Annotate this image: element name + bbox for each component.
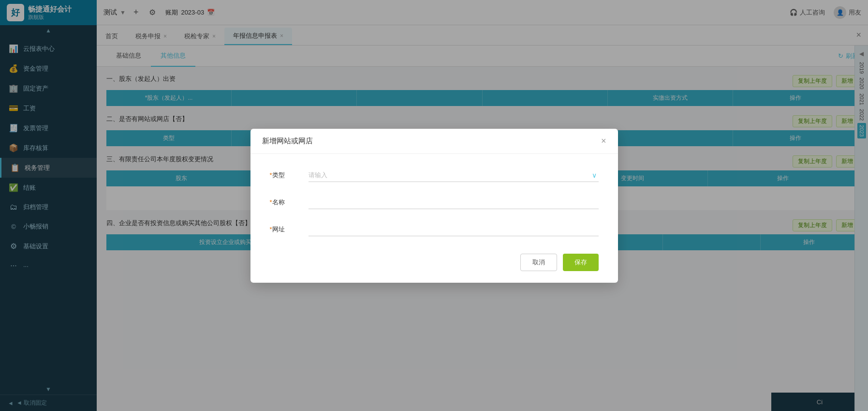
form-label-type: *类型 <box>270 171 309 180</box>
form-row-type: *类型 ∨ <box>270 168 599 182</box>
save-button[interactable]: 保存 <box>563 254 599 271</box>
form-field-url <box>309 223 599 236</box>
dialog-footer: 取消 保存 <box>250 248 618 283</box>
url-input[interactable] <box>309 223 599 236</box>
form-label-url: *网址 <box>270 225 309 234</box>
dialog-title: 新增网站或网店 <box>262 137 313 146</box>
type-input[interactable] <box>309 168 599 182</box>
required-star-type: * <box>270 171 272 179</box>
form-label-name: *名称 <box>270 198 309 207</box>
form-field-name <box>309 196 599 209</box>
dialog-add-website: 新增网站或网店 × *类型 ∨ *名称 <box>250 129 618 283</box>
modal-overlay: 新增网站或网店 × *类型 ∨ *名称 <box>0 0 868 411</box>
name-input[interactable] <box>309 196 599 209</box>
dialog-close-button[interactable]: × <box>601 137 606 145</box>
form-row-url: *网址 <box>270 223 599 236</box>
form-field-type: ∨ <box>309 168 599 182</box>
dialog-body: *类型 ∨ *名称 *网址 <box>250 154 618 248</box>
cancel-button[interactable]: 取消 <box>520 254 557 271</box>
required-star-name: * <box>270 198 272 206</box>
dialog-header: 新增网站或网店 × <box>250 129 618 154</box>
form-row-name: *名称 <box>270 196 599 209</box>
required-star-url: * <box>270 226 272 233</box>
